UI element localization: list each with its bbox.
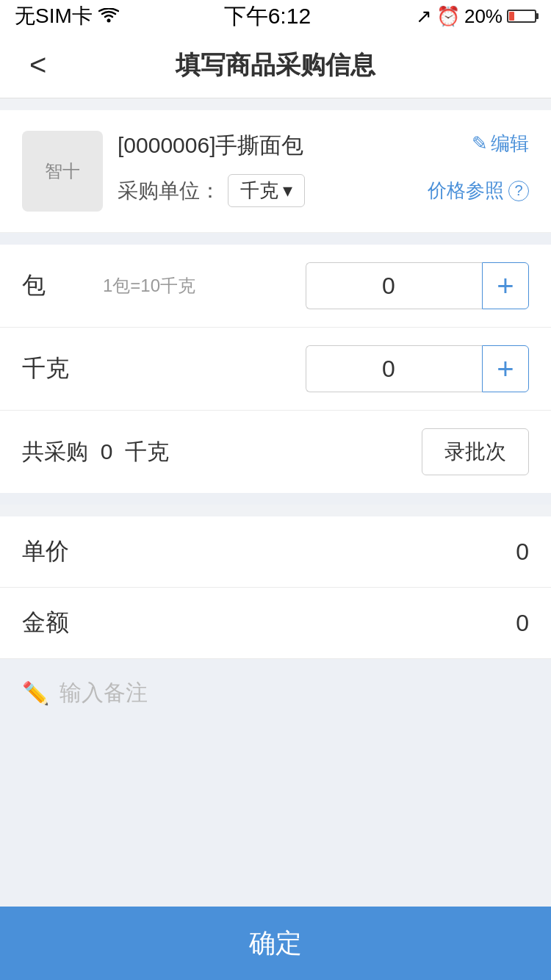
help-icon: ? [508,181,529,201]
svg-point-0 [107,19,110,23]
product-info: [0000006]手撕面包 ✎ 编辑 采购单位： 千克 ▾ 价格参照 ? [118,131,529,207]
bag-label: 包 [22,270,96,302]
batch-button[interactable]: 录批次 [422,428,529,475]
carrier-label: 无SIM卡 [15,2,93,30]
page-title: 填写商品采购信息 [176,48,375,82]
input-section: 包 1包=10千克 + 千克 + [0,245,551,411]
alarm-icon: ⏰ [436,5,460,28]
amount-value: 0 [516,610,529,637]
location-icon: ↗ [416,5,432,28]
bag-input-row: 包 1包=10千克 + [0,245,551,328]
confirm-button[interactable]: 确定 [0,907,551,980]
section-divider-1 [0,233,551,245]
unit-select[interactable]: 千克 ▾ [228,174,305,207]
bag-quantity-input[interactable] [306,262,482,309]
wifi-icon [98,4,119,28]
status-right: ↗ ⏰ 20% [416,5,536,28]
edit-label: 编辑 [491,131,529,156]
price-reference-button[interactable]: 价格参照 ? [428,178,529,203]
battery-icon [507,10,536,23]
kg-plus-button[interactable]: + [482,345,529,392]
summary-value: 0 [101,439,113,464]
dropdown-icon: ▾ [283,179,292,202]
pencil-icon: ✏️ [22,680,49,706]
kg-input-row: 千克 + [0,328,551,411]
summary-prefix: 共采购 [22,439,88,464]
note-section[interactable]: ✏️ 输入备注 [0,659,551,727]
price-ref-label: 价格参照 [428,178,504,203]
note-input[interactable]: 输入备注 [60,678,148,708]
kg-quantity-input[interactable] [306,345,482,392]
back-button[interactable]: < [22,41,54,89]
unit-price-value: 0 [516,538,529,566]
bag-sublabel: 1包=10千克 [103,274,195,298]
product-image: 智十 [22,131,103,212]
amount-row: 金额 0 [0,588,551,659]
product-image-text: 智十 [45,159,80,183]
summary-unit: 千克 [125,439,169,464]
unit-value: 千克 [240,178,278,203]
summary-row: 共采购 0 千克 录批次 [0,411,551,493]
product-card: 智十 [0000006]手撕面包 ✎ 编辑 采购单位： 千克 ▾ [0,110,551,233]
product-name: [0000006]手撕面包 [118,131,303,161]
unit-price-row: 单价 0 [0,516,551,588]
kg-label: 千克 [22,353,96,385]
status-left: 无SIM卡 [15,2,119,30]
section-divider-2 [0,493,551,505]
bag-plus-button[interactable]: + [482,262,529,309]
edit-icon: ✎ [472,132,488,155]
edit-button[interactable]: ✎ 编辑 [472,131,529,156]
amount-label: 金额 [22,607,69,639]
summary-text: 共采购 0 千克 [22,437,169,467]
unit-price-label: 单价 [22,536,69,568]
time-display: 下午6:12 [224,1,311,32]
status-bar: 无SIM卡 下午6:12 ↗ ⏰ 20% [0,0,551,32]
nav-bar: < 填写商品采购信息 [0,32,551,98]
price-section: 单价 0 金额 0 [0,516,551,659]
unit-label: 采购单位： [118,177,220,205]
battery-percent: 20% [464,5,503,28]
